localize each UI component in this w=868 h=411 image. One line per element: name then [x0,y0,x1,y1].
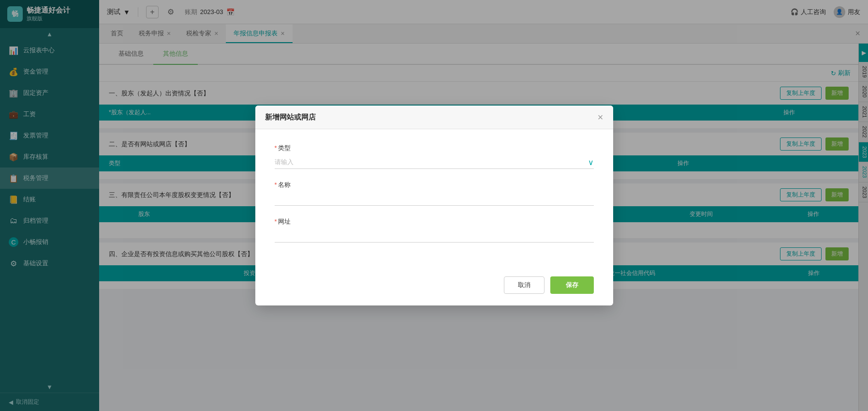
url-input[interactable] [275,229,594,243]
type-input[interactable] [275,155,594,169]
name-label: *名称 [275,181,594,189]
type-select-wrap: ∨ [275,155,594,169]
modal-add-website: 新增网站或网店 × *类型 ∨ *名称 [255,106,613,305]
modal-title: 新增网站或网店 [265,113,316,122]
form-row-url: *网址 [275,217,594,243]
modal-close-button[interactable]: × [598,112,603,122]
cancel-button[interactable]: 取消 [504,276,544,294]
url-label: *网址 [275,217,594,226]
required-star: * [275,144,277,152]
save-button[interactable]: 保存 [550,276,594,294]
modal-overlay: 新增网站或网店 × *类型 ∨ *名称 [0,0,868,411]
modal-footer: 取消 保存 [255,269,613,305]
modal-header: 新增网站或网店 × [255,106,613,129]
required-star-name: * [275,181,277,188]
type-label: *类型 [275,144,594,152]
form-row-name: *名称 [275,181,594,206]
modal-body: *类型 ∨ *名称 *网址 [255,129,613,269]
required-star-url: * [275,218,277,225]
form-row-type: *类型 ∨ [275,144,594,169]
name-input[interactable] [275,192,594,206]
